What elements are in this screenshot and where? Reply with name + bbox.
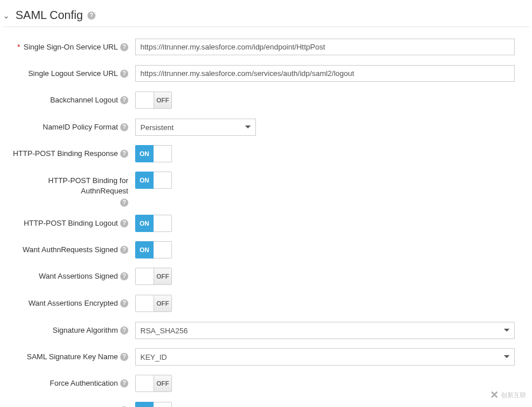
label-slo-url: Single Logout Service URL ?: [3, 65, 135, 78]
row-slo-url: Single Logout Service URL ?: [3, 65, 529, 83]
sso-url-input[interactable]: [135, 39, 515, 55]
help-icon[interactable]: ?: [120, 299, 128, 307]
help-icon[interactable]: ?: [120, 326, 128, 334]
help-icon[interactable]: ?: [87, 12, 95, 20]
validate-sig-toggle[interactable]: ON: [135, 402, 172, 407]
want-assert-signed-toggle[interactable]: OFF: [135, 268, 172, 285]
nameid-format-select[interactable]: Persistent: [135, 119, 256, 136]
force-authn-toggle[interactable]: OFF: [135, 375, 172, 392]
row-http-post-response: HTTP-POST Binding Response ? ON: [3, 145, 529, 163]
backchannel-logout-toggle[interactable]: OFF: [135, 92, 172, 109]
help-icon[interactable]: ?: [120, 96, 128, 104]
help-icon[interactable]: ?: [120, 150, 128, 158]
want-assert-encrypted-toggle[interactable]: OFF: [135, 295, 172, 312]
section-header[interactable]: ⌄ SAML Config ?: [3, 9, 529, 27]
help-icon[interactable]: ?: [120, 70, 128, 78]
http-post-response-toggle[interactable]: ON: [135, 145, 172, 162]
row-want-assert-signed: Want Assertions Signed ? OFF: [3, 268, 529, 287]
watermark-text: 创新互联: [501, 391, 526, 400]
sig-algorithm-select[interactable]: RSA_SHA256: [135, 322, 515, 339]
want-authn-signed-toggle[interactable]: ON: [135, 241, 172, 258]
label-nameid-format: NameID Policy Format ?: [3, 119, 135, 131]
label-force-authn: Force Authentication ?: [3, 375, 135, 387]
label-sig-algorithm: Signature Algorithm ?: [3, 322, 135, 334]
row-sso-url: * Single Sign-On Service URL ?: [3, 39, 529, 57]
section-title: SAML Config: [16, 9, 83, 22]
row-backchannel-logout: Backchannel Logout ? OFF: [3, 92, 529, 111]
help-icon[interactable]: ?: [120, 123, 128, 131]
row-http-post-authn: HTTP-POST Binding for AuthnRequest ? ON: [3, 172, 529, 207]
label-http-post-response: HTTP-POST Binding Response ?: [3, 145, 135, 158]
row-http-post-logout: HTTP-POST Binding Logout ? ON: [3, 215, 529, 233]
row-validate-sig: Validate Signature ? ON: [3, 402, 529, 407]
label-sso-url: * Single Sign-On Service URL ?: [3, 39, 135, 51]
help-icon[interactable]: ?: [120, 353, 128, 361]
help-icon[interactable]: ?: [120, 199, 128, 207]
row-sig-algorithm: Signature Algorithm ? RSA_SHA256: [3, 322, 529, 340]
help-icon[interactable]: ?: [120, 272, 128, 280]
help-icon[interactable]: ?: [120, 246, 128, 254]
label-want-assert-signed: Want Assertions Signed ?: [3, 268, 135, 280]
help-icon[interactable]: ?: [120, 379, 128, 387]
http-post-logout-toggle[interactable]: ON: [135, 215, 172, 232]
help-icon[interactable]: ?: [120, 43, 128, 51]
row-nameid-format: NameID Policy Format ? Persistent: [3, 119, 529, 137]
http-post-authn-toggle[interactable]: ON: [135, 172, 172, 189]
label-sig-key-name: SAML Signature Key Name ?: [3, 348, 135, 361]
watermark: ✕ 创新互联: [490, 389, 526, 401]
label-validate-sig: Validate Signature ?: [3, 402, 135, 407]
slo-url-input[interactable]: [135, 65, 515, 82]
row-want-authn-signed: Want AuthnRequests Signed ? ON: [3, 241, 529, 260]
sig-key-name-select[interactable]: KEY_ID: [135, 348, 515, 366]
chevron-down-icon: ⌄: [3, 11, 11, 20]
watermark-icon: ✕: [490, 389, 499, 401]
help-icon[interactable]: ?: [120, 219, 128, 227]
label-http-post-logout: HTTP-POST Binding Logout ?: [3, 215, 135, 227]
label-want-authn-signed: Want AuthnRequests Signed ?: [3, 241, 135, 254]
label-backchannel-logout: Backchannel Logout ?: [3, 92, 135, 104]
label-want-assert-encrypted: Want Assertions Encrypted ?: [3, 295, 135, 307]
required-asterisk: *: [17, 43, 20, 51]
row-sig-key-name: SAML Signature Key Name ? KEY_ID: [3, 348, 529, 367]
label-http-post-authn: HTTP-POST Binding for AuthnRequest ?: [3, 172, 135, 207]
row-force-authn: Force Authentication ? OFF: [3, 375, 529, 394]
row-want-assert-encrypted: Want Assertions Encrypted ? OFF: [3, 295, 529, 314]
